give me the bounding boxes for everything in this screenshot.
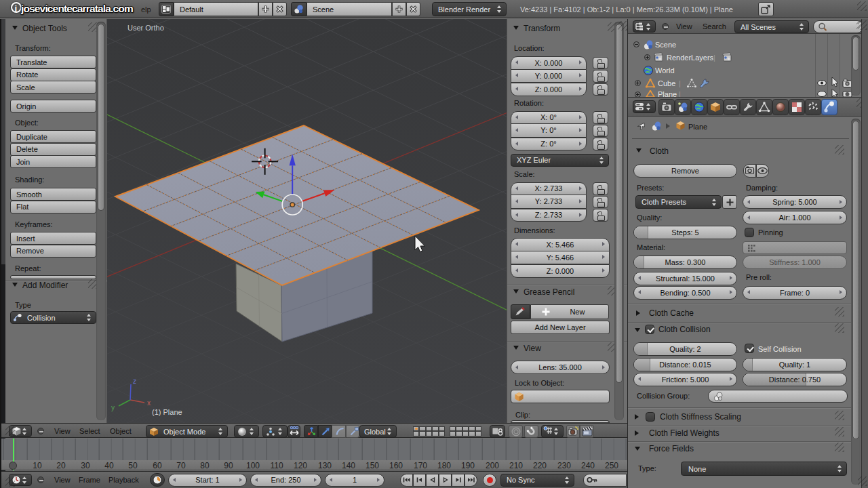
- svg-text:y: y: [111, 404, 115, 411]
- svg-text:z: z: [133, 378, 136, 385]
- svg-text:x: x: [147, 399, 151, 407]
